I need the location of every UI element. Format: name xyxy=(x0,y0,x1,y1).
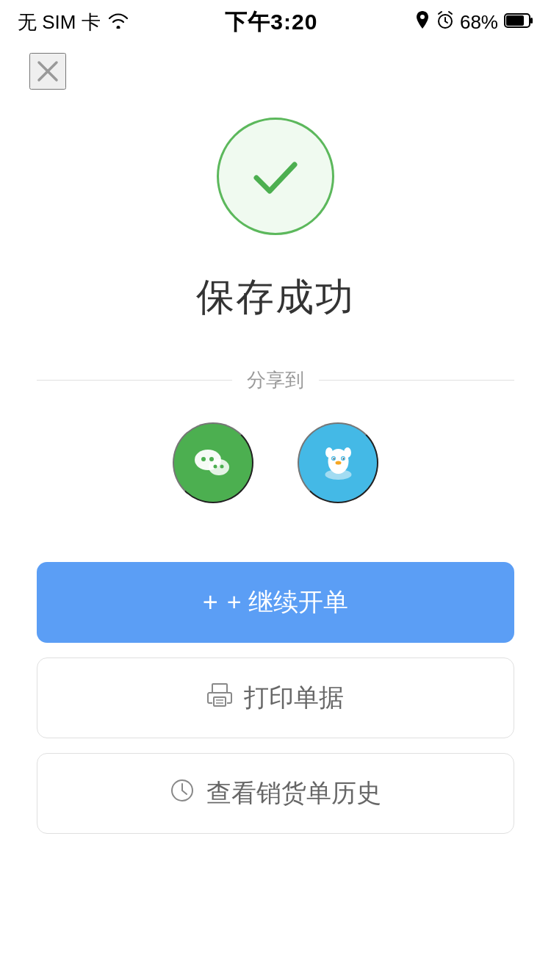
svg-point-22 xyxy=(325,447,333,458)
status-right: 68% xyxy=(414,10,533,35)
location-icon xyxy=(414,10,431,35)
battery-icon xyxy=(504,11,533,34)
carrier-text: 无 SIM 卡 xyxy=(18,10,101,35)
continue-button[interactable]: + + 继续开单 xyxy=(37,562,514,643)
svg-point-14 xyxy=(325,469,351,480)
status-time: 下午3:20 xyxy=(225,7,317,37)
svg-point-8 xyxy=(209,459,229,475)
print-icon xyxy=(207,682,232,713)
action-buttons: + + 继续开单 打印单据 xyxy=(37,562,514,834)
svg-point-9 xyxy=(201,457,206,461)
success-title: 保存成功 xyxy=(196,272,355,323)
svg-point-12 xyxy=(220,464,223,468)
svg-rect-24 xyxy=(212,684,227,693)
svg-point-20 xyxy=(342,458,344,459)
history-button[interactable]: 查看销货单历史 xyxy=(37,753,514,834)
battery-text: 68% xyxy=(460,11,498,34)
svg-point-10 xyxy=(209,457,214,461)
divider-line-left xyxy=(37,380,232,381)
svg-rect-25 xyxy=(214,697,226,706)
svg-point-11 xyxy=(213,464,217,468)
svg-point-19 xyxy=(333,458,334,459)
svg-point-21 xyxy=(335,461,341,464)
close-button[interactable] xyxy=(29,53,66,90)
svg-rect-4 xyxy=(530,18,533,24)
qq-share-button[interactable] xyxy=(298,422,378,503)
print-label: 打印单据 xyxy=(244,681,344,715)
continue-label: + 继续开单 xyxy=(227,586,348,619)
divider-line-right xyxy=(319,380,514,381)
share-divider: 分享到 xyxy=(37,367,514,393)
main-content: 保存成功 分享到 xyxy=(0,44,551,834)
status-bar: 无 SIM 卡 下午3:20 68% xyxy=(0,0,551,44)
plus-icon: + xyxy=(203,587,218,618)
share-icons-row xyxy=(173,422,378,503)
success-icon-circle xyxy=(217,118,334,235)
wechat-share-button[interactable] xyxy=(173,422,253,503)
status-carrier: 无 SIM 卡 xyxy=(18,10,129,35)
wifi-icon xyxy=(108,11,129,34)
svg-point-23 xyxy=(344,447,351,458)
clock-icon xyxy=(170,778,195,809)
svg-point-0 xyxy=(420,15,425,19)
print-button[interactable]: 打印单据 xyxy=(37,657,514,738)
share-label: 分享到 xyxy=(232,367,319,393)
history-label: 查看销货单历史 xyxy=(206,777,381,810)
alarm-icon xyxy=(436,10,454,35)
svg-rect-3 xyxy=(506,15,524,26)
